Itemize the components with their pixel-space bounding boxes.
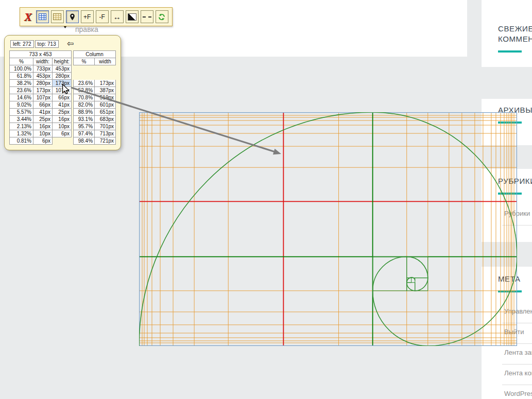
ratio-table-button[interactable] bbox=[51, 10, 64, 23]
col-pct-cell[interactable]: 95.7% bbox=[74, 123, 95, 130]
height-cell[interactable]: 10px bbox=[53, 123, 72, 130]
ratio-table-row: 38.2% 280px 173px 23.6% 173px bbox=[10, 80, 116, 87]
width-cell[interactable]: 41px bbox=[33, 109, 53, 116]
col-pct-cell[interactable]: 70.8% bbox=[74, 94, 95, 101]
pct-cell[interactable]: 23.6% bbox=[10, 87, 33, 94]
pct-cell[interactable]: 100.0% bbox=[10, 65, 33, 73]
column-header: Column bbox=[74, 51, 116, 58]
height-cell[interactable]: 66px bbox=[53, 94, 72, 101]
widget-meta: МЕТА Управление Выйти Лента записей Лент… bbox=[482, 267, 532, 399]
size-header: 733 x 453 bbox=[10, 51, 72, 58]
col-width-cell[interactable]: 713px bbox=[95, 130, 116, 137]
pct-cell[interactable]: 38.2% bbox=[10, 80, 33, 87]
sidebar-link[interactable]: Рубрики bbox=[502, 205, 532, 225]
overlay-toolbar: X +F -F ↔ bbox=[20, 7, 173, 26]
col-width-cell[interactable]: 519px bbox=[95, 94, 116, 101]
col-width-cell[interactable]: 601px bbox=[95, 101, 116, 109]
col-width-cell[interactable]: 173px bbox=[95, 80, 116, 87]
width-cell[interactable]: 733px bbox=[33, 65, 53, 73]
dashed-line-button[interactable] bbox=[141, 10, 153, 23]
pin-button[interactable] bbox=[66, 10, 79, 23]
widget-link-list: Рубрики bbox=[498, 205, 532, 225]
col-width-cell[interactable]: 683px bbox=[95, 116, 116, 123]
height-cell[interactable]: 6px bbox=[53, 130, 72, 137]
sidebar-link[interactable]: WordPress.org bbox=[502, 385, 532, 399]
grid-toggle-button[interactable] bbox=[36, 10, 49, 23]
width-cell[interactable]: 66px bbox=[33, 101, 53, 109]
spreadsheet-icon bbox=[53, 13, 61, 20]
col-pct-cell[interactable]: 98.4% bbox=[74, 137, 95, 145]
col-pct-cell[interactable]: 93.1% bbox=[74, 116, 95, 123]
sidebar-link[interactable]: Лента записей bbox=[502, 344, 532, 365]
col-pct-cell[interactable]: 23.6% bbox=[74, 80, 95, 87]
refresh-button[interactable] bbox=[156, 10, 168, 23]
refresh-icon bbox=[158, 13, 166, 21]
widget-title: СВЕЖИЕ КОММЕНТАРИИ bbox=[498, 24, 532, 44]
page-edit-link[interactable]: правка bbox=[75, 25, 98, 33]
col-pct-cell[interactable] bbox=[74, 73, 95, 80]
width-cell[interactable]: 173px bbox=[33, 87, 53, 94]
pct-cell[interactable]: 14.6% bbox=[10, 94, 33, 101]
width-cell[interactable]: 16px bbox=[33, 123, 53, 130]
sidebar-link[interactable]: Выйти bbox=[502, 323, 532, 344]
ratio-table-row: 9.02% 66px 41px 82.0% 601px bbox=[10, 101, 116, 109]
horizontal-flip-button[interactable]: ↔ bbox=[111, 10, 124, 23]
horizontal-arrow-icon: ↔ bbox=[113, 13, 121, 21]
height-cell[interactable]: 41px bbox=[53, 101, 72, 109]
height-cell[interactable]: 453px bbox=[53, 65, 72, 73]
title-accent-bar bbox=[498, 50, 522, 53]
col-width-cell[interactable] bbox=[95, 73, 116, 80]
col-width-header: width bbox=[95, 58, 116, 65]
ratio-table-row: 0.81% 6px 98.4% 721px bbox=[10, 137, 116, 145]
height-cell[interactable]: 173px bbox=[53, 80, 72, 87]
width-cell[interactable]: 6px bbox=[33, 137, 53, 145]
pct-cell[interactable]: 0.81% bbox=[10, 137, 33, 145]
width-cell[interactable]: 280px bbox=[33, 80, 53, 87]
widget-archives: АРХИВЫ bbox=[482, 99, 532, 145]
col-width-cell[interactable]: 651px bbox=[95, 109, 116, 116]
contrast-button[interactable] bbox=[126, 10, 139, 23]
height-cell[interactable]: 107px bbox=[53, 87, 72, 94]
height-cell[interactable]: 16px bbox=[53, 116, 72, 123]
width-cell[interactable]: 453px bbox=[33, 73, 53, 80]
ratio-table-row: 5.57% 41px 25px 88.9% 651px bbox=[10, 109, 116, 116]
col-width-cell[interactable]: 387px bbox=[95, 87, 116, 94]
sidebar-link[interactable]: Управление bbox=[502, 303, 532, 323]
measurement-panel: left: 272 top: 713 ⇦ 733 x 453 Column % … bbox=[4, 35, 121, 150]
width-cell[interactable]: 10px bbox=[33, 130, 53, 137]
decrease-f-button[interactable]: -F bbox=[96, 10, 109, 23]
left-coordinate-field[interactable]: left: 272 bbox=[10, 40, 34, 48]
col-pct-cell[interactable]: 88.9% bbox=[74, 109, 95, 116]
height-cell[interactable] bbox=[53, 137, 72, 145]
pct-cell[interactable]: 9.02% bbox=[10, 101, 33, 109]
pct-col-header: % bbox=[10, 58, 33, 65]
width-col-header: width: bbox=[33, 58, 53, 65]
left-arrow-icon[interactable]: ⇦ bbox=[67, 40, 74, 48]
col-width-cell[interactable] bbox=[95, 65, 116, 73]
ratio-table-row: 14.6% 107px 66px 70.8% 519px bbox=[10, 94, 116, 101]
pct-cell[interactable]: 3.44% bbox=[10, 116, 33, 123]
sidebar-link[interactable]: Лента комментариев bbox=[502, 365, 532, 385]
panel-coordinates: left: 272 top: 713 ⇦ bbox=[10, 40, 116, 48]
pct-cell[interactable]: 5.57% bbox=[10, 109, 33, 116]
widget-title: РУБРИКИ bbox=[498, 176, 532, 186]
col-pct-cell[interactable]: 82.0% bbox=[74, 101, 95, 109]
width-cell[interactable]: 25px bbox=[33, 116, 53, 123]
height-cell[interactable]: 280px bbox=[53, 73, 72, 80]
col-pct-cell[interactable]: 52.8% bbox=[74, 87, 95, 94]
width-cell[interactable]: 107px bbox=[33, 94, 53, 101]
widget-title: МЕТА bbox=[498, 274, 532, 284]
top-coordinate-field[interactable]: top: 713 bbox=[35, 40, 59, 48]
close-x-button[interactable]: X bbox=[24, 11, 34, 23]
pct-cell[interactable]: 61.8% bbox=[10, 73, 33, 80]
title-accent-bar bbox=[498, 193, 522, 195]
col-pct-cell[interactable] bbox=[74, 65, 95, 73]
pct-cell[interactable]: 2.13% bbox=[10, 123, 33, 130]
pct-cell[interactable]: 1.32% bbox=[10, 130, 33, 137]
col-width-cell[interactable]: 701px bbox=[95, 123, 116, 130]
col-pct-cell[interactable]: 97.4% bbox=[74, 130, 95, 137]
map-pin-icon bbox=[69, 13, 76, 21]
increase-f-button[interactable]: +F bbox=[81, 10, 94, 23]
col-width-cell[interactable]: 721px bbox=[95, 137, 116, 145]
height-cell[interactable]: 25px bbox=[53, 109, 72, 116]
